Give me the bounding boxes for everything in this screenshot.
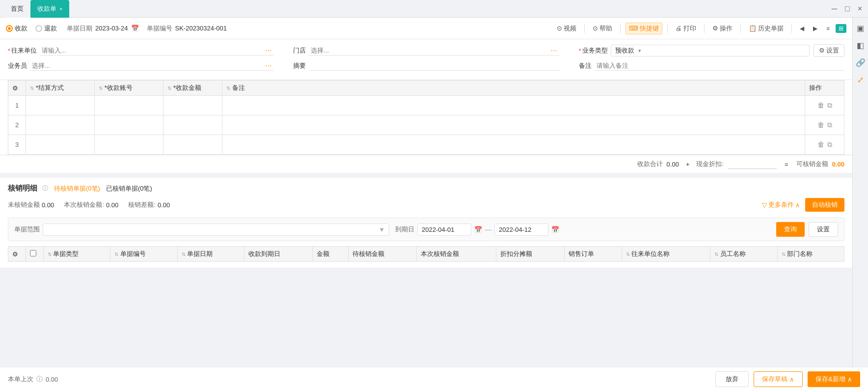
remark-input[interactable] xyxy=(595,61,844,70)
layout-button[interactable]: ≡ xyxy=(823,24,833,33)
sidebar-icon-4[interactable]: ⤢ xyxy=(855,73,866,86)
operation-button[interactable]: ⚙ 操作 xyxy=(709,23,735,34)
nav-prev-button[interactable]: ◀ xyxy=(797,24,807,33)
tab-home[interactable]: 首页 xyxy=(4,0,30,18)
save-draft-button[interactable]: 保存草稿 ∧ xyxy=(754,371,803,387)
sidebar-icon-3[interactable]: 🔗 xyxy=(854,56,868,69)
receipt-radio[interactable]: 收款 xyxy=(6,24,27,33)
number-value[interactable]: SK-20230324-001 xyxy=(175,25,227,32)
row-3-amount[interactable] xyxy=(163,135,222,155)
footer-info-icon[interactable]: ⓘ xyxy=(36,375,43,384)
row-1-copy-button[interactable]: ⧉ xyxy=(827,101,832,110)
calendar-to-icon[interactable]: 📅 xyxy=(551,226,559,233)
row-2-copy-button[interactable]: ⧉ xyxy=(827,121,832,129)
store-more-button[interactable]: ··· xyxy=(548,46,559,55)
col-remark-header: ⇅ 备注 xyxy=(222,81,805,96)
staff-input[interactable] xyxy=(30,61,263,70)
calendar-from-icon[interactable]: 📅 xyxy=(474,226,482,233)
sidebar-icon-1[interactable]: ▣ xyxy=(855,22,866,35)
row-2-delete-button[interactable]: 🗑 xyxy=(817,121,824,129)
row-3-delete-button[interactable]: 🗑 xyxy=(817,140,824,149)
select-all-col xyxy=(26,247,44,262)
window-close-button[interactable]: × xyxy=(856,4,864,13)
row-2-remark[interactable] xyxy=(222,115,805,135)
store-input[interactable] xyxy=(309,46,548,55)
discount-input[interactable] xyxy=(728,159,777,169)
sidebar-icon-2[interactable]: ◧ xyxy=(855,39,866,52)
range-select[interactable]: ▼ xyxy=(43,223,389,236)
sort-icon-date[interactable]: ⇅ xyxy=(182,251,186,257)
sort-icon-method[interactable]: ⇅ xyxy=(30,85,34,91)
auto-reconcile-button[interactable]: 自动核销 xyxy=(805,198,844,212)
history-button[interactable]: 📋 历史单据 xyxy=(746,23,787,34)
sort-icon-amount[interactable]: ⇅ xyxy=(167,85,171,91)
row-2-amount[interactable] xyxy=(163,115,222,135)
date-range: 📅 — 📅 xyxy=(417,223,559,236)
print-button[interactable]: 🖨 打印 xyxy=(673,23,699,34)
sort-icon-partner[interactable]: ⇅ xyxy=(626,251,630,257)
row-2-method[interactable] xyxy=(26,115,95,135)
right-sidebar: ▣ ◧ 🔗 ⤢ xyxy=(852,18,868,391)
number-field-group: 单据编号 SK-20230324-001 xyxy=(147,24,227,33)
date-to-input[interactable] xyxy=(494,223,548,236)
col-settings-header[interactable]: ⚙ xyxy=(8,81,26,96)
maximize-button[interactable]: □ xyxy=(843,4,852,13)
done-tab-link[interactable]: 已核销单据(0笔) xyxy=(105,184,152,193)
staff-more-button[interactable]: ··· xyxy=(263,61,273,70)
form-row-2: 业务员 ··· 摘要 备注 xyxy=(8,61,844,71)
partner-input[interactable] xyxy=(40,46,263,55)
more-conditions-button[interactable]: ▽ 更多条件 ∧ xyxy=(762,200,800,209)
abandon-button[interactable]: 放弃 xyxy=(715,371,749,387)
settings-gear-icon[interactable]: ⚙ xyxy=(12,84,18,92)
sort-icon-staff[interactable]: ⇅ xyxy=(714,251,718,257)
summary-input[interactable] xyxy=(309,61,559,70)
sort-icon-remark[interactable]: ⇅ xyxy=(226,85,230,91)
minimize-button[interactable]: ─ xyxy=(830,4,839,13)
discount-label: 现金折扣: xyxy=(696,160,724,168)
row-1-amount[interactable] xyxy=(163,96,222,115)
row-2-account[interactable] xyxy=(95,115,163,135)
row-1-method[interactable] xyxy=(26,96,95,115)
nav-next-button[interactable]: ▶ xyxy=(810,24,820,33)
row-3-remark[interactable] xyxy=(222,135,805,155)
settings-button[interactable]: ⚙ 设置 xyxy=(814,44,844,57)
grid-button[interactable]: ⊞ xyxy=(836,24,846,33)
col-action-header: 操作 xyxy=(805,81,844,96)
reconcile-settings-button[interactable]: 设置 xyxy=(809,222,838,237)
biz-type-chevron-icon: ▼ xyxy=(637,48,642,54)
calendar-icon[interactable]: 📅 xyxy=(131,25,139,32)
video-button[interactable]: ⊙ 视频 xyxy=(554,23,579,34)
settings-icon-bottom[interactable]: ⚙ xyxy=(12,251,18,258)
select-all-checkbox[interactable] xyxy=(30,250,36,256)
help-button[interactable]: ⊙ 帮助 xyxy=(590,23,615,34)
row-1-remark[interactable] xyxy=(222,96,805,115)
biz-type-label: 业务类型 xyxy=(582,46,608,55)
sort-icon-number[interactable]: ⇅ xyxy=(114,251,118,257)
row-1-delete-button[interactable]: 🗑 xyxy=(817,101,824,110)
sort-icon-account[interactable]: ⇅ xyxy=(99,85,103,91)
refund-radio[interactable]: 退款 xyxy=(35,24,57,33)
tab-receipt[interactable]: 收款单 × xyxy=(30,0,69,18)
shortcut-button[interactable]: ⌨ 快捷键 xyxy=(625,23,662,34)
partner-field: * 往来单位 ··· xyxy=(8,46,273,56)
sort-icon-type[interactable]: ⇅ xyxy=(48,251,52,257)
sort-icon-dept[interactable]: ⇅ xyxy=(782,251,786,257)
col-date-header: ⇅ 单据日期 xyxy=(177,247,244,262)
query-button[interactable]: 查询 xyxy=(776,222,805,237)
save-new-button[interactable]: 保存&新增 ∧ xyxy=(808,371,860,387)
row-3-account[interactable] xyxy=(95,135,163,155)
reconcile-info-icon[interactable]: ⓘ xyxy=(42,184,48,193)
row-1-account[interactable] xyxy=(95,96,163,115)
pending-tab-link[interactable]: 待核销单据(0笔) xyxy=(53,184,100,193)
row-3-copy-button[interactable]: ⧉ xyxy=(827,140,832,149)
row-3-method[interactable] xyxy=(26,135,95,155)
remark-field: 备注 xyxy=(579,61,844,71)
biz-type-select[interactable]: 预收款 ▼ xyxy=(611,45,810,56)
date-from-input[interactable] xyxy=(417,223,471,236)
tab-home-label: 首页 xyxy=(11,4,24,13)
date-value[interactable]: 2023-03-24 xyxy=(95,25,128,32)
tab-receipt-label: 收款单 xyxy=(37,4,56,13)
form-row-1: * 往来单位 ··· 门店 ··· * 业务类型 预收款 ▼ xyxy=(8,44,844,57)
tab-close-icon[interactable]: × xyxy=(59,6,62,12)
partner-more-button[interactable]: ··· xyxy=(263,46,273,55)
